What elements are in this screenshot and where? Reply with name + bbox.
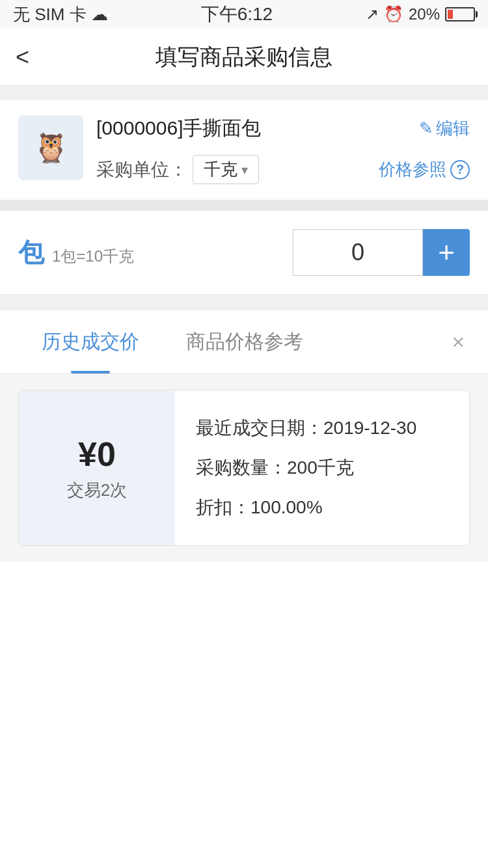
product-name-text: 手撕面包 [183,117,261,139]
status-time: 下午6:12 [201,2,273,27]
price-transactions: 交易2次 [67,479,127,502]
tab-product-price-ref[interactable]: 商品价格参考 [163,310,327,373]
recent-date-label: 最近成交日期： [196,418,323,438]
tab-close-button[interactable]: × [446,324,470,360]
discount-label: 折扣： [196,497,251,517]
battery-fill [448,10,453,19]
quantity-label-group: 包 1包=10千克 [18,235,134,271]
product-title-row: [0000006]手撕面包 ✎ 编辑 [96,115,470,142]
edit-icon: ✎ [419,118,433,139]
product-card: 🦉 [0000006]手撕面包 ✎ 编辑 采购单位： 千克 ▾ [0,99,488,200]
currency-symbol: ¥ [78,435,97,473]
help-circle-icon: ? [450,160,470,180]
battery-icon [445,7,475,21]
amount-value: 0 [97,435,116,473]
discount-row: 折扣：100.00% [196,493,448,522]
price-right-panel: 最近成交日期：2019-12-30 采购数量：200千克 折扣：100.00% [175,390,469,545]
purchase-qty-value: 200千克 [287,457,354,478]
quantity-row: 包 1包=10千克 0 + [0,211,488,295]
location-icon: ↗ [366,5,379,23]
product-owl-icon: 🦉 [33,131,69,165]
price-ref-button[interactable]: 价格参照 ? [379,158,470,181]
quantity-unit-big: 包 [18,235,44,271]
product-id: [0000006] [96,117,183,139]
product-thumbnail: 🦉 [18,115,83,180]
price-card: ¥0 交易2次 最近成交日期：2019-12-30 采购数量：200千克 折扣：… [18,390,470,546]
section-divider [0,200,488,211]
quantity-input[interactable]: 0 [293,229,423,276]
alarm-icon: ⏰ [384,5,403,23]
status-right: ↗ ⏰ 20% [366,5,475,23]
tab-history-price[interactable]: 历史成交价 [18,310,163,373]
page-rest [0,562,488,868]
price-card-wrap: ¥0 交易2次 最近成交日期：2019-12-30 采购数量：200千克 折扣：… [0,374,488,562]
purchase-qty-row: 采购数量：200千克 [196,454,448,483]
unit-select-dropdown[interactable]: 千克 ▾ [193,155,259,184]
battery-percent: 20% [409,5,440,23]
price-ref-label: 价格参照 [379,158,446,181]
unit-value: 千克 [204,158,237,181]
product-name: [0000006]手撕面包 [96,115,261,142]
back-button[interactable]: < [16,44,29,71]
tabs-list: 历史成交价 商品价格参考 [18,310,327,373]
product-info: [0000006]手撕面包 ✎ 编辑 采购单位： 千克 ▾ 价格参照 ? [96,115,470,184]
no-sim-text: 无 SIM 卡 ☁ [13,3,108,26]
page-title: 填写商品采购信息 [156,42,332,72]
nav-bar: < 填写商品采购信息 [0,29,488,86]
quantity-conversion: 1包=10千克 [52,246,134,267]
dropdown-arrow-icon: ▾ [241,162,248,178]
price-left-panel: ¥0 交易2次 [19,390,175,545]
status-bar: 无 SIM 卡 ☁ 下午6:12 ↗ ⏰ 20% [0,0,488,29]
edit-button[interactable]: ✎ 编辑 [419,117,470,140]
status-left: 无 SIM 卡 ☁ [13,3,108,26]
product-header: 🦉 [0000006]手撕面包 ✎ 编辑 采购单位： 千克 ▾ [18,115,470,184]
discount-value: 100.00% [251,497,323,517]
edit-label: 编辑 [436,117,470,140]
recent-date-row: 最近成交日期：2019-12-30 [196,414,448,443]
price-amount: ¥0 [78,435,116,474]
tabs-bar: 历史成交价 商品价格参考 × [0,310,488,374]
unit-label: 采购单位： [96,157,187,182]
purchase-qty-label: 采购数量： [196,457,287,478]
purchase-unit-row: 采购单位： 千克 ▾ 价格参照 ? [96,155,470,184]
quantity-plus-button[interactable]: + [423,229,470,276]
quantity-control: 0 + [293,229,470,276]
recent-date-value: 2019-12-30 [323,418,416,438]
